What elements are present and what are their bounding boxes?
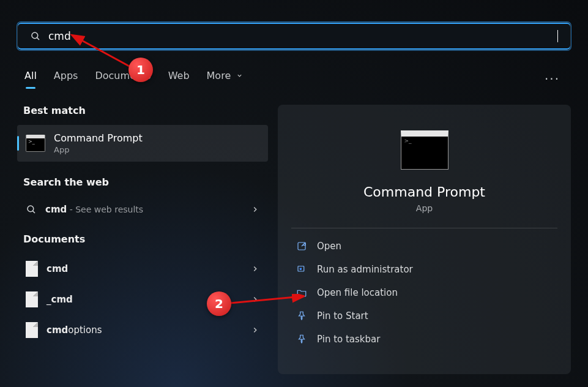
file-icon [26, 322, 38, 338]
chevron-right-icon [251, 326, 259, 334]
best-match-type: App [54, 145, 143, 154]
preview-pane: Command Prompt App Open Run as administr… [278, 105, 571, 374]
action-pin-to-start[interactable]: Pin to Start [291, 304, 557, 328]
more-options-button[interactable]: ··· [541, 72, 564, 86]
tab-apps[interactable]: Apps [54, 70, 78, 88]
search-web-header: Search the web [23, 176, 268, 188]
tab-more[interactable]: More [207, 70, 244, 88]
action-label: Open file location [317, 287, 398, 298]
preview-subtitle: App [291, 203, 557, 213]
document-label: cmd [47, 263, 242, 274]
command-prompt-icon [401, 130, 448, 170]
folder-icon [296, 287, 307, 298]
search-query-text: cmd [48, 30, 549, 42]
command-prompt-icon [26, 135, 45, 152]
tab-more-label: More [207, 70, 231, 81]
pin-icon [296, 334, 307, 345]
chevron-down-icon [236, 72, 243, 79]
web-result-label: cmd - See web results [45, 204, 242, 215]
action-label: Pin to taskbar [317, 334, 380, 345]
best-match-header: Best match [23, 105, 268, 116]
chevron-right-icon [251, 265, 259, 273]
document-item[interactable]: cmdoptions [17, 315, 268, 345]
tab-all[interactable]: All [24, 70, 37, 88]
best-match-item[interactable]: Command Prompt App [17, 125, 268, 162]
svg-line-3 [32, 211, 35, 213]
document-item[interactable]: cmd [17, 254, 268, 284]
open-icon [296, 241, 307, 252]
search-icon [26, 204, 37, 215]
action-label: Open [317, 241, 341, 252]
action-label: Run as administrator [317, 264, 413, 275]
search-input[interactable]: cmd [17, 22, 571, 50]
document-label: _cmd [47, 294, 242, 305]
best-match-name: Command Prompt [54, 132, 143, 144]
file-icon [26, 261, 38, 277]
filter-tabs: All Apps Documents Web More ··· [17, 70, 571, 88]
tab-web[interactable]: Web [168, 70, 190, 88]
chevron-right-icon [251, 295, 259, 304]
action-pin-to-taskbar[interactable]: Pin to taskbar [291, 328, 557, 351]
admin-shield-icon [296, 264, 307, 275]
documents-header: Documents [23, 233, 268, 245]
svg-line-1 [37, 37, 39, 40]
action-open[interactable]: Open [291, 235, 557, 258]
document-label: cmdoptions [47, 325, 242, 336]
chevron-right-icon [251, 205, 259, 214]
file-icon [26, 291, 38, 307]
document-item[interactable]: _cmd [17, 284, 268, 315]
svg-point-0 [32, 32, 38, 39]
web-result-item[interactable]: cmd - See web results [17, 197, 268, 222]
pin-icon [296, 310, 307, 321]
action-open-file-location[interactable]: Open file location [291, 281, 557, 304]
tab-documents[interactable]: Documents [95, 70, 151, 88]
preview-title: Command Prompt [291, 184, 557, 200]
svg-point-2 [28, 206, 34, 212]
action-run-as-administrator[interactable]: Run as administrator [291, 258, 557, 281]
search-icon [30, 31, 41, 42]
action-label: Pin to Start [317, 310, 368, 321]
divider [291, 228, 557, 228]
text-caret [557, 30, 558, 42]
svg-line-5 [302, 242, 305, 246]
